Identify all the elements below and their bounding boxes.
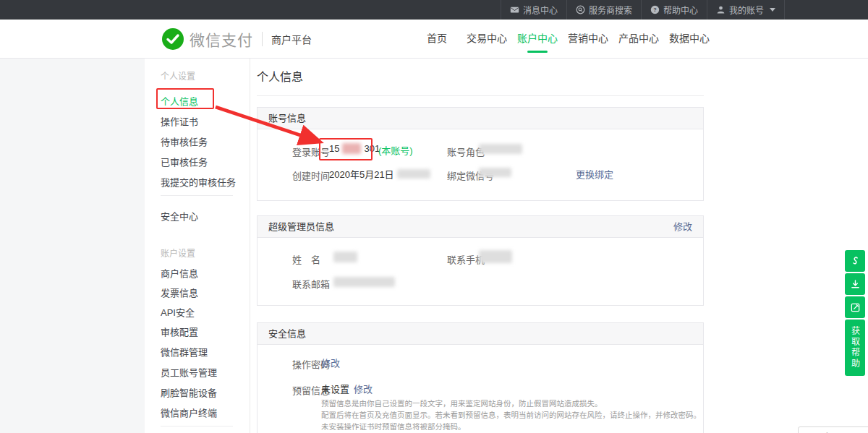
topbar-search-label: 服务商搜索 [589, 4, 632, 16]
reserved-modify-link[interactable]: 修改 [354, 382, 373, 395]
redacted-account-role [479, 144, 522, 154]
topbar-message-label: 消息中心 [523, 4, 558, 16]
topbar-help-label: 帮助中心 [663, 4, 698, 16]
svg-text:?: ? [653, 7, 657, 13]
topbar-message-center[interactable]: 消息中心 [501, 0, 566, 20]
logo-divider [262, 32, 263, 46]
created-date-text: 2020年5月21日 [329, 167, 394, 181]
password-modify-link[interactable]: 修改 [321, 356, 340, 369]
floating-hotline-button[interactable] [845, 250, 865, 272]
help-icon: ? [650, 5, 660, 14]
login-account-label: 登录账号 [292, 145, 330, 158]
download-icon [850, 279, 861, 290]
page-title: 个人信息 [257, 67, 303, 85]
search-icon [576, 5, 585, 14]
nav-product-center[interactable]: 产品中心 [618, 20, 659, 58]
description-line-1: 预留信息是由你自己设置的一段文字，用来鉴定网站身份，防止假冒网站造成损失。 [321, 398, 701, 409]
sidebar-item-staff-account-management[interactable]: 员工账号管理 [161, 365, 217, 379]
sidebar-item-my-submitted-tasks[interactable]: 我提交的审核任务 [161, 175, 236, 189]
account-info-section: 账号信息 登录账号 15 301 (本账号) 账号角色 创建时间 2020年5月… [257, 107, 704, 201]
current-account-tag: (本账号) [378, 143, 413, 157]
nav-account-center-label: 账户中心 [517, 33, 558, 44]
sidebar-section-account-settings: 账户设置 [161, 246, 195, 259]
sidebar-item-merchant-info[interactable]: 商户信息 [161, 266, 198, 280]
sidebar-item-reviewed-tasks[interactable]: 已审核任务 [161, 155, 208, 168]
redacted-wechat-id [479, 168, 511, 177]
get-help-label: 获取帮助 [849, 326, 861, 369]
sidebar: 个人设置 个人信息 操作证书 待审核任务 已审核任务 我提交的审核任务 安全中心… [145, 59, 250, 433]
get-help-button[interactable]: 获取帮助 [845, 320, 865, 376]
name-label: 姓 名 [292, 252, 320, 266]
hook-link-icon [850, 256, 861, 267]
account-info-header: 账号信息 [258, 108, 703, 129]
floating-feedback-button[interactable] [845, 296, 865, 318]
created-time-label: 创建时间 [292, 168, 330, 182]
created-time-value: 2020年5月21日 [329, 167, 430, 181]
reserved-info-status: 未设置 [321, 382, 349, 395]
redacted-created-time [397, 169, 430, 179]
rebind-link[interactable]: 更换绑定 [576, 167, 613, 181]
login-account-value: 15 301 [329, 143, 380, 154]
header: 微信支付 商户平台 首页 交易中心 账户中心 营销中心 产品中心 数据中心 [0, 20, 868, 59]
topbar-help-center[interactable]: ? 帮助中心 [641, 0, 707, 20]
nav-marketing-center[interactable]: 营销中心 [568, 20, 608, 58]
sidebar-item-security-center[interactable]: 安全中心 [161, 209, 198, 223]
sidebar-item-review-config[interactable]: 审核配置 [161, 325, 198, 338]
sidebar-item-operation-certificate[interactable]: 操作证书 [161, 114, 198, 128]
floating-help-widget: 获取帮助 [845, 250, 865, 376]
sidebar-item-wechat-merchant-terminal[interactable]: 微信商户终端 [161, 406, 217, 419]
description-line-2: 配置后将在首页及充值页面显示。若未看到预留信息，表明当前访问的网站存在风险，请终… [321, 409, 701, 421]
topbar-menu: 消息中心 服务商搜索 ? 帮助中心 我的账号 [501, 0, 785, 20]
nav-data-center[interactable]: 数据中心 [669, 20, 710, 58]
redacted-email [333, 277, 395, 287]
user-icon [716, 5, 726, 14]
main-nav: 首页 交易中心 账户中心 营销中心 产品中心 数据中心 [427, 20, 710, 58]
topbar-account-label: 我的账号 [729, 4, 764, 16]
sidebar-item-personal-info[interactable]: 个人信息 [161, 94, 198, 108]
description-line-3: 未安装操作证书时预留信息将被部分掩码。 [321, 421, 701, 432]
nav-transaction-center[interactable]: 交易中心 [467, 20, 507, 58]
sidebar-item-invoice-info[interactable]: 发票信息 [161, 286, 198, 299]
wechat-pay-merchant-page: 消息中心 服务商搜索 ? 帮助中心 我的账号 微信支付 商户平台 [0, 0, 868, 433]
topbar-provider-search[interactable]: 服务商搜索 [566, 0, 641, 20]
sidebar-item-face-smart-device[interactable]: 刷脸智能设备 [161, 385, 217, 399]
message-icon [510, 5, 519, 14]
title-divider [257, 95, 704, 96]
redacted-phone [479, 250, 512, 263]
wechat-pay-logo-icon [162, 28, 184, 50]
reserved-info-description: 预留信息是由你自己设置的一段文字，用来鉴定网站身份，防止假冒网站造成损失。 配置… [321, 398, 701, 432]
active-nav-underline [527, 51, 548, 53]
chevron-down-icon [770, 8, 775, 12]
portal-name: 商户平台 [271, 32, 312, 46]
nav-account-center[interactable]: 账户中心 [517, 20, 558, 58]
security-info-section: 安全信息 操作密码 修改 预留信息 未设置 修改 预留信息是由你自己设置的一段文… [257, 322, 704, 433]
super-admin-header: 超级管理员信息 修改 [258, 216, 703, 238]
brand-name: 微信支付 [190, 28, 253, 50]
sidebar-section-personal-settings: 个人设置 [161, 69, 195, 82]
super-admin-section: 超级管理员信息 修改 姓 名 联系手机 联系邮箱 [257, 215, 704, 306]
sidebar-item-pending-review-tasks[interactable]: 待审核任务 [161, 134, 208, 148]
date-tooltip: 2020年5月22日 [798, 426, 868, 433]
super-admin-title: 超级管理员信息 [268, 221, 334, 232]
contact-email-label: 联系邮箱 [292, 277, 330, 291]
login-number-suffix: 301 [364, 143, 380, 154]
edit-icon [850, 302, 861, 313]
sidebar-divider [161, 195, 233, 196]
floating-download-button[interactable] [845, 273, 865, 295]
left-gutter [0, 59, 145, 433]
sidebar-divider-bottom [161, 426, 233, 426]
redacted-name [333, 252, 357, 262]
security-info-header: 安全信息 [258, 323, 703, 345]
topbar: 消息中心 服务商搜索 ? 帮助中心 我的账号 [0, 0, 868, 20]
nav-home[interactable]: 首页 [427, 20, 447, 58]
super-admin-modify-link[interactable]: 修改 [673, 216, 692, 237]
sidebar-item-wechat-group-management[interactable]: 微信群管理 [161, 345, 208, 359]
brand-logo[interactable]: 微信支付 商户平台 [162, 20, 312, 58]
login-number-prefix: 15 [329, 143, 339, 154]
sidebar-item-api-security[interactable]: API安全 [161, 305, 195, 319]
redacted-login-middle [342, 143, 361, 154]
topbar-my-account[interactable]: 我的账号 [707, 0, 785, 20]
